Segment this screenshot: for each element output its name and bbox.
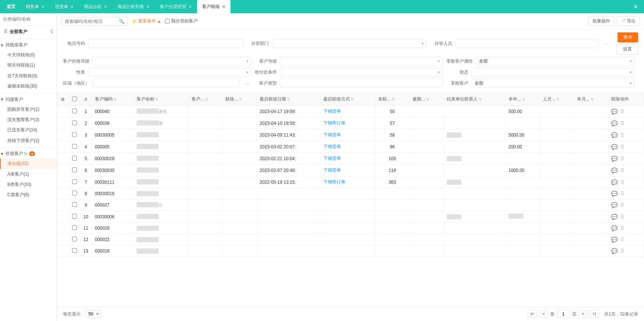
sidebar-item-class-c[interactable]: C类客户(6): [0, 190, 57, 200]
sidebar-item-churn-risk[interactable]: 流失预警客户(3): [0, 114, 57, 125]
grid-action-icon[interactable]: ⠿: [620, 120, 624, 126]
gender-select[interactable]: [88, 68, 251, 77]
row-checkbox[interactable]: [72, 214, 77, 219]
chat-icon[interactable]: 💬: [611, 120, 617, 126]
window-close-btn[interactable]: ✕: [629, 3, 643, 10]
grid-action-icon[interactable]: ⠿: [620, 191, 624, 197]
row-last-contact-method[interactable]: 下销货单: [320, 129, 375, 141]
region-input[interactable]: [92, 79, 239, 88]
row-checkbox-cell[interactable]: [69, 129, 80, 141]
grid-action-icon[interactable]: ⠿: [620, 237, 624, 243]
tab-product-analysis-close[interactable]: ✕: [104, 4, 107, 9]
sidebar-item-7days[interactable]: 近7天待联络(0): [0, 71, 57, 81]
next-page-btn[interactable]: >: [579, 310, 587, 318]
row-checkbox[interactable]: [72, 109, 77, 113]
row-last-contact-method[interactable]: [320, 188, 375, 200]
chat-icon[interactable]: 💬: [611, 167, 617, 173]
retail-attr-select[interactable]: 全部: [476, 57, 634, 66]
row-checkbox-cell[interactable]: [69, 188, 80, 200]
customer-level-select[interactable]: [280, 57, 443, 66]
sidebar-item-tomorrow[interactable]: 明天待联络(1): [0, 60, 57, 70]
price-level-select[interactable]: [92, 57, 251, 66]
row-last-contact-method[interactable]: [320, 234, 375, 246]
th-contact[interactable]: 联络...⇅: [222, 93, 257, 106]
export-btn[interactable]: ↗ 导出: [617, 16, 640, 26]
tab-sales-close[interactable]: ✕: [41, 4, 45, 9]
row-last-contact-method[interactable]: [320, 223, 375, 234]
last-contact-method-link[interactable]: 下销货单: [323, 144, 341, 149]
first-page-btn[interactable]: |<: [528, 310, 537, 318]
my-customers-checkbox[interactable]: 我分管的客户: [165, 18, 198, 24]
chat-icon[interactable]: 💬: [611, 179, 617, 185]
row-last-contact-method[interactable]: 下销货单: [320, 141, 375, 153]
th-last-month[interactable]: 上月...⇅: [539, 93, 574, 106]
chat-icon[interactable]: 💬: [611, 248, 617, 254]
sidebar-item-overdue[interactable]: 逾期未联络(30): [0, 81, 57, 91]
row-checkbox-cell[interactable]: [69, 211, 80, 223]
retail-customer-select[interactable]: 全部: [471, 79, 634, 88]
th-name[interactable]: 客户名称⇅: [134, 93, 188, 106]
row-checkbox-cell[interactable]: [69, 223, 80, 234]
problem-customers-header[interactable]: ▼ 问题客户: [0, 95, 57, 104]
phone-input[interactable]: [88, 39, 243, 48]
grid-action-icon[interactable]: ⠿: [620, 202, 624, 208]
row-checkbox[interactable]: [72, 156, 77, 160]
grid-action-icon[interactable]: ⠿: [620, 248, 624, 254]
sidebar-item-purchase-abnormal[interactable]: 固购异常客户(2): [0, 104, 57, 114]
pending-contact-header[interactable]: ▼ 待联络客户: [0, 40, 57, 50]
th-code[interactable]: 客户编码⇅: [92, 93, 134, 106]
chat-icon[interactable]: 💬: [611, 202, 617, 208]
chat-icon[interactable]: 💬: [611, 109, 617, 114]
row-checkbox[interactable]: [72, 237, 77, 241]
sidebar-item-today[interactable]: 今天待联络(0): [0, 50, 57, 60]
sidebar-item-class-b[interactable]: B类客户(33): [0, 179, 57, 190]
th-related-contact[interactable]: 往来单位联系人⇅: [444, 93, 506, 106]
reset-btn[interactable]: 设置: [617, 44, 638, 54]
last-contact-method-link[interactable]: 下销售订单: [323, 179, 345, 184]
th-checkbox[interactable]: [69, 93, 80, 106]
row-last-contact-method[interactable]: 下销货单: [320, 106, 375, 117]
sidebar-item-class-a[interactable]: A类客户(1): [0, 169, 57, 179]
last-contact-method-link[interactable]: 下销售订单: [323, 120, 345, 126]
row-checkbox-cell[interactable]: [69, 141, 80, 153]
grid-action-icon[interactable]: ⠿: [620, 225, 624, 231]
tab-product-analysis-list[interactable]: 商品分析列表 ✕: [112, 0, 155, 13]
tab-customer-contact[interactable]: 客户联络 ✕: [197, 0, 230, 13]
chat-icon[interactable]: 💬: [611, 132, 617, 138]
grid-action-icon[interactable]: ⠿: [620, 214, 624, 220]
tab-customer-segment[interactable]: 客户分层经营 ✕: [155, 0, 197, 13]
filter-more-btn[interactable]: ⚡ 更多条件 ▲: [131, 18, 161, 24]
th-this-month[interactable]: 本月...⇅: [574, 93, 608, 106]
last-contact-method-link[interactable]: 下销货单: [323, 167, 341, 173]
refresh-icon[interactable]: ↻: [24, 151, 28, 156]
row-last-contact-method[interactable]: [320, 200, 375, 211]
row-last-contact-method[interactable]: [320, 211, 375, 223]
my-customers-check[interactable]: [165, 19, 170, 24]
row-last-contact-method[interactable]: 下销售订单: [320, 176, 375, 188]
tab-sales[interactable]: 销售单 ✕: [21, 0, 50, 13]
last-contact-method-link[interactable]: 下销货单: [323, 156, 341, 161]
sidebar-item-unclassified[interactable]: 未分组(32): [0, 158, 57, 169]
status-select[interactable]: [471, 68, 634, 77]
manager-input[interactable]: [455, 39, 598, 48]
row-checkbox-cell[interactable]: [69, 200, 80, 211]
th-last-contact-method[interactable]: 最后联络方式⇅: [320, 93, 375, 106]
th-last-contact-date[interactable]: 最后联络日期⇅: [257, 93, 320, 106]
row-checkbox-cell[interactable]: [69, 117, 80, 129]
row-checkbox[interactable]: [72, 248, 77, 253]
chat-icon[interactable]: 💬: [611, 144, 617, 150]
chat-icon[interactable]: 💬: [611, 214, 617, 220]
row-checkbox-cell[interactable]: [69, 165, 80, 176]
row-checkbox[interactable]: [72, 144, 77, 149]
grid-action-icon[interactable]: ⠿: [620, 179, 624, 185]
tab-home[interactable]: 首页: [1, 0, 21, 13]
last-contact-method-link[interactable]: 下销货单: [323, 109, 341, 114]
grid-action-icon[interactable]: ⠿: [620, 156, 624, 162]
row-last-contact-method[interactable]: 下销售订单: [320, 117, 375, 129]
tab-purchase[interactable]: 进货单 ✕: [50, 0, 79, 13]
row-checkbox-cell[interactable]: [69, 106, 80, 117]
grid-action-icon[interactable]: ⠿: [620, 144, 624, 150]
th-overdue[interactable]: 逾期...⇅: [409, 93, 444, 106]
row-checkbox[interactable]: [72, 225, 77, 230]
prev-page-btn[interactable]: <: [539, 310, 548, 318]
